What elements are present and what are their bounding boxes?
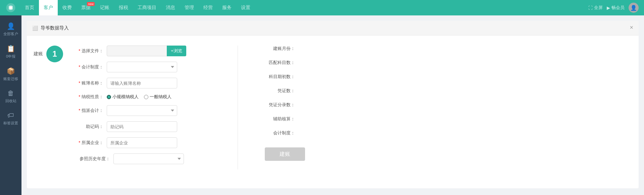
match-accounts-label: 匹配科目数： <box>265 60 295 66</box>
file-input[interactable] <box>107 46 167 56</box>
tax-type-radio-group: 小规模纳税人 一般纳税人 <box>107 94 171 100</box>
sidebar-item-all-customers-label: 全部客户 <box>3 31 18 37</box>
accounting-system-select[interactable] <box>107 62 177 72</box>
sidebar-item-recycle-bin[interactable]: 🗑 回收站 <box>0 86 21 107</box>
nav-message[interactable]: 消息 <box>161 0 180 15</box>
info-accounting-system-label: 会计制度： <box>265 130 295 136</box>
file-row: 选择文件： +浏览 <box>77 46 231 56</box>
nav-business-project[interactable]: 工商项目 <box>133 0 161 15</box>
nav-home[interactable]: 首页 <box>20 0 39 15</box>
voucher-entries-row: 凭证分录数： <box>265 102 632 108</box>
nav-tax[interactable]: 报税 <box>114 0 133 15</box>
info-accounting-system-row: 会计制度： <box>265 130 632 136</box>
accounting-system-label: 会计制度： <box>77 64 103 70</box>
accounting-month-row: 建账月份： <box>265 46 632 52</box>
company-label: 所属企业： <box>77 140 103 146</box>
create-button-container: 建账 <box>265 144 632 161</box>
panel-body: 建账 1 选择文件： +浏览 会计制度： <box>27 36 639 180</box>
sidebar-item-tag-settings[interactable]: 🏷 标签设置 <box>0 108 21 129</box>
voucher-count-label: 凭证数： <box>265 88 295 94</box>
tax-general-radio-input[interactable] <box>144 95 148 99</box>
ledger-name-input[interactable] <box>107 78 177 88</box>
history-year-row: 参照历史年度： <box>77 153 231 164</box>
accounting-system-row: 会计制度： <box>77 62 231 72</box>
browse-button[interactable]: +浏览 <box>167 46 186 56</box>
app-logo <box>3 0 18 15</box>
tag-settings-icon: 🏷 <box>7 112 14 119</box>
aux-accounting-label: 辅助核算： <box>265 116 295 122</box>
tax-general-radio[interactable]: 一般纳税人 <box>144 94 171 100</box>
tax-small-label: 小规模纳税人 <box>112 94 139 100</box>
ledger-name-row: 账簿名称： <box>77 78 231 88</box>
aux-accounting-row: 辅助核算： <box>265 116 632 122</box>
all-customers-icon: 👤 <box>7 22 15 30</box>
member-label: 畅会员 <box>611 5 625 11</box>
nav-operation[interactable]: 经营 <box>199 0 217 15</box>
tax-small-radio-input[interactable] <box>107 95 111 99</box>
form-section: 选择文件： +浏览 会计制度： 账簿名称： <box>77 46 231 170</box>
recycle-bin-icon: 🗑 <box>7 89 14 97</box>
tax-general-label: 一般纳税人 <box>150 94 171 100</box>
section-divider <box>238 46 238 170</box>
fullscreen-icon: ⛶ <box>588 5 593 10</box>
tax-small-radio[interactable]: 小规模纳税人 <box>107 94 139 100</box>
zero-declaration-icon: 📋 <box>7 45 15 53</box>
memo-row: 助记码： <box>77 121 231 132</box>
new-badge: new <box>87 2 95 6</box>
nav-customer[interactable]: 客户 <box>39 0 58 15</box>
sidebar-item-account-migration[interactable]: 📦 账套迁移 <box>0 64 21 85</box>
top-nav: 首页 客户 收费 票据 new 记账 报税 工商项目 消息 管理 经营 服务 设… <box>0 0 644 15</box>
nav-service[interactable]: 服务 <box>217 0 236 15</box>
account-migration-icon: 📦 <box>7 67 15 75</box>
company-row: 所属企业： <box>77 137 231 148</box>
file-label: 选择文件： <box>77 48 103 54</box>
accountant-row: 指派会计： <box>77 105 231 116</box>
step-badge: 1 <box>46 46 63 62</box>
panel-title: 导爷数据导入 <box>41 25 69 31</box>
memo-input[interactable] <box>107 121 177 132</box>
tax-type-row: 纳税性质： 小规模纳税人 一般纳税人 <box>77 94 231 100</box>
sidebar-item-all-customers[interactable]: 👤 全部客户 <box>0 19 21 40</box>
panel-title-icon: ⬜ <box>32 25 38 31</box>
history-year-label: 参照历史年度： <box>77 156 110 162</box>
company-input[interactable] <box>107 137 177 148</box>
nav-items: 首页 客户 收费 票据 new 记账 报税 工商项目 消息 管理 经营 服务 设… <box>20 0 588 15</box>
fullscreen-label: 全屏 <box>594 5 603 11</box>
nav-fee[interactable]: 收费 <box>58 0 77 15</box>
play-icon: ▶ <box>607 5 610 10</box>
member-button[interactable]: ▶ 畅会员 <box>607 5 625 11</box>
nav-management[interactable]: 管理 <box>180 0 199 15</box>
initial-balance-label: 科目期初数： <box>265 74 295 80</box>
sidebar: 👤 全部客户 📋 0申报 📦 账套迁移 🗑 回收站 🏷 标签设置 <box>0 15 21 195</box>
nav-invoice[interactable]: 票据 new <box>77 0 95 15</box>
nav-right: ⛶ 全屏 ▶ 畅会员 👤 <box>588 3 639 13</box>
sidebar-item-zero-declaration-label: 0申报 <box>6 54 15 59</box>
nav-settings[interactable]: 设置 <box>236 0 255 15</box>
memo-label: 助记码： <box>77 124 103 130</box>
voucher-entries-label: 凭证分录数： <box>265 102 295 108</box>
accounting-month-label: 建账月份： <box>265 46 295 52</box>
panel-close-button[interactable]: × <box>630 24 633 31</box>
accountant-select[interactable] <box>107 105 177 116</box>
sidebar-item-tag-settings-label: 标签设置 <box>3 121 18 126</box>
layout: 👤 全部客户 📋 0申报 📦 账套迁移 🗑 回收站 🏷 标签设置 ⬜ 导爷数据导… <box>0 15 644 195</box>
voucher-count-row: 凭证数： <box>265 88 632 94</box>
accountant-label: 指派会计： <box>77 108 103 114</box>
fullscreen-button[interactable]: ⛶ 全屏 <box>588 5 603 11</box>
initial-balance-row: 科目期初数： <box>265 74 632 80</box>
step-section: 建账 1 <box>34 46 77 170</box>
step-label: 建账 <box>34 51 43 57</box>
nav-bookkeeping[interactable]: 记账 <box>95 0 114 15</box>
ledger-name-label: 账簿名称： <box>77 80 103 86</box>
create-account-button[interactable]: 建账 <box>265 147 305 161</box>
tax-type-label: 纳税性质： <box>77 94 103 100</box>
history-year-select[interactable] <box>113 153 184 164</box>
match-accounts-row: 匹配科目数： <box>265 60 632 66</box>
user-avatar[interactable]: 👤 <box>629 3 639 13</box>
info-section: 建账月份： 匹配科目数： 科目期初数： 凭证数： <box>245 46 632 170</box>
sidebar-item-recycle-bin-label: 回收站 <box>5 99 16 104</box>
main-panel: ⬜ 导爷数据导入 × 建账 1 选择文件： <box>27 21 639 188</box>
sidebar-item-zero-declaration[interactable]: 📋 0申报 <box>0 41 21 62</box>
main-content: ⬜ 导爷数据导入 × 建账 1 选择文件： <box>21 15 644 195</box>
svg-point-1 <box>9 6 12 9</box>
